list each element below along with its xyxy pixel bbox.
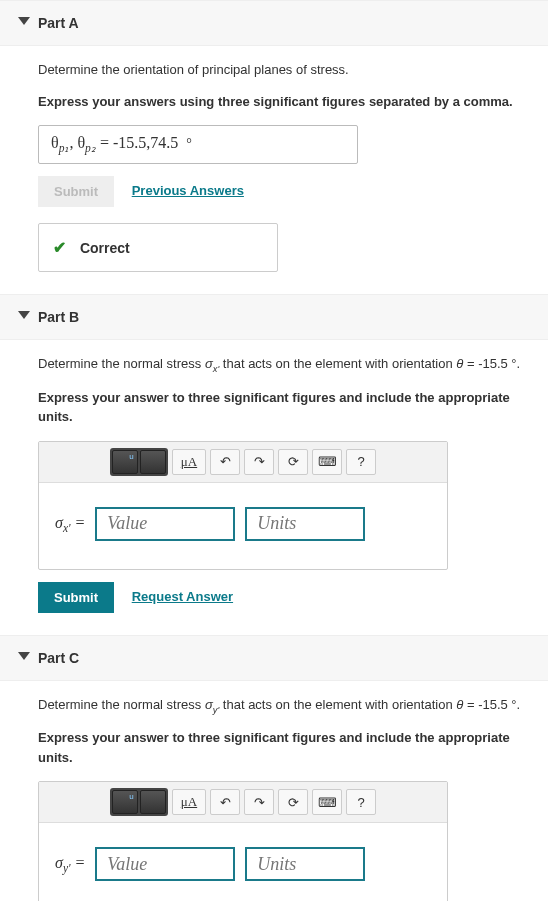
submit-button[interactable]: Submit bbox=[38, 582, 114, 613]
value-input[interactable] bbox=[95, 507, 235, 541]
units-input[interactable] bbox=[245, 847, 365, 881]
part-b-header[interactable]: Part B bbox=[0, 295, 548, 340]
units-input[interactable] bbox=[245, 507, 365, 541]
part-c-title: Part C bbox=[38, 650, 79, 666]
undo-button[interactable]: ↶ bbox=[210, 789, 240, 815]
check-icon: ✔ bbox=[53, 239, 66, 256]
redo-button[interactable]: ↷ bbox=[244, 789, 274, 815]
part-c-instruction: Express your answer to three significant… bbox=[38, 728, 532, 767]
theta-p-label: θp₁, θp₂ = bbox=[51, 134, 109, 151]
degree-unit: ° bbox=[186, 136, 192, 151]
part-c-prompt: Determine the normal stress σy' that act… bbox=[38, 695, 532, 717]
answer-editor: u μA ↶ ↷ ⟳ ⌨ ? σy' = bbox=[38, 781, 448, 901]
request-answer-link[interactable]: Request Answer bbox=[132, 589, 233, 604]
part-a-title: Part A bbox=[38, 15, 79, 31]
part-b-title: Part B bbox=[38, 309, 79, 325]
keyboard-button[interactable]: ⌨ bbox=[312, 449, 342, 475]
sigma-y-label: σy' = bbox=[55, 854, 85, 874]
caret-down-icon bbox=[18, 17, 30, 25]
fraction-template-button[interactable]: u bbox=[112, 450, 138, 474]
answer-editor: u μA ↶ ↷ ⟳ ⌨ ? σx' = bbox=[38, 441, 448, 570]
editor-toolbar: u μA ↶ ↷ ⟳ ⌨ ? bbox=[39, 782, 447, 823]
part-a-prompt: Determine the orientation of principal p… bbox=[38, 60, 532, 80]
part-a-instruction: Express your answers using three signifi… bbox=[38, 92, 532, 112]
part-a-header[interactable]: Part A bbox=[0, 1, 548, 46]
part-a-body: Determine the orientation of principal p… bbox=[0, 46, 548, 294]
part-b-instruction: Express your answer to three significant… bbox=[38, 388, 532, 427]
editor-toolbar: u μA ↶ ↷ ⟳ ⌨ ? bbox=[39, 442, 447, 483]
units-example-label[interactable]: μA bbox=[172, 789, 206, 815]
part-a: Part A Determine the orientation of prin… bbox=[0, 0, 548, 294]
template-buttons: u bbox=[110, 788, 168, 816]
part-a-answer-value: -15.5,74.5 bbox=[113, 134, 178, 151]
undo-button[interactable]: ↶ bbox=[210, 449, 240, 475]
help-button[interactable]: ? bbox=[346, 449, 376, 475]
keyboard-button[interactable]: ⌨ bbox=[312, 789, 342, 815]
sigma-x-label: σx' = bbox=[55, 514, 85, 534]
exponent-template-button[interactable] bbox=[140, 790, 166, 814]
feedback-correct: ✔ Correct bbox=[38, 223, 278, 272]
value-input[interactable] bbox=[95, 847, 235, 881]
caret-down-icon bbox=[18, 311, 30, 319]
help-button[interactable]: ? bbox=[346, 789, 376, 815]
editor-body: σx' = bbox=[39, 483, 447, 569]
units-example-label[interactable]: μA bbox=[172, 449, 206, 475]
part-a-actions: Submit Previous Answers bbox=[38, 176, 532, 207]
part-c: Part C Determine the normal stress σy' t… bbox=[0, 635, 548, 901]
redo-button[interactable]: ↷ bbox=[244, 449, 274, 475]
part-b-prompt: Determine the normal stress σx' that act… bbox=[38, 354, 532, 376]
part-a-answer-field[interactable]: θp₁, θp₂ = -15.5,74.5 ° bbox=[38, 125, 358, 164]
caret-down-icon bbox=[18, 652, 30, 660]
reset-button[interactable]: ⟳ bbox=[278, 789, 308, 815]
exponent-template-button[interactable] bbox=[140, 450, 166, 474]
editor-body: σy' = bbox=[39, 823, 447, 901]
submit-button-disabled: Submit bbox=[38, 176, 114, 207]
part-c-header[interactable]: Part C bbox=[0, 636, 548, 681]
fraction-template-button[interactable]: u bbox=[112, 790, 138, 814]
feedback-label: Correct bbox=[80, 240, 130, 256]
reset-button[interactable]: ⟳ bbox=[278, 449, 308, 475]
part-c-body: Determine the normal stress σy' that act… bbox=[0, 681, 548, 901]
part-b: Part B Determine the normal stress σx' t… bbox=[0, 294, 548, 635]
template-buttons: u bbox=[110, 448, 168, 476]
previous-answers-link[interactable]: Previous Answers bbox=[132, 183, 244, 198]
part-b-actions: Submit Request Answer bbox=[38, 582, 532, 613]
part-b-body: Determine the normal stress σx' that act… bbox=[0, 340, 548, 635]
